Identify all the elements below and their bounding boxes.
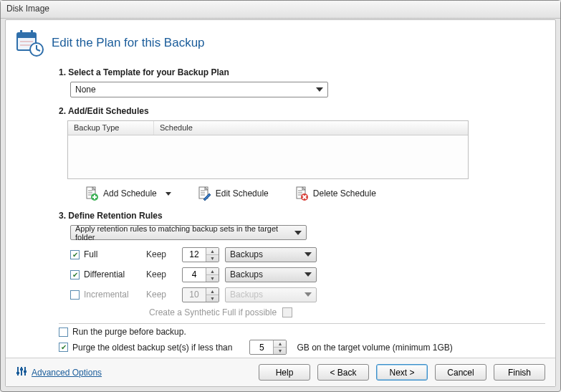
purge-oldest-label-post: GB on the target volume (minimum 1GB) <box>297 343 452 353</box>
differential-unit-select[interactable]: Backups <box>225 267 317 282</box>
spin-up-icon[interactable]: ▲ <box>274 340 286 348</box>
page-header: Edit the Plan for this Backup <box>6 20 555 63</box>
spin-down-icon[interactable]: ▼ <box>274 348 286 354</box>
dialog-window: Disk Image Edit the Plan for this Backup <box>0 0 561 392</box>
incremental-label: Incremental <box>84 290 129 300</box>
synthetic-full-label: Create a Synthetic Full if possible <box>149 307 277 317</box>
retention-row-full: Full Keep ▲▼ Backups <box>70 244 545 264</box>
purge-oldest-row: Purge the oldest backup set(s) if less t… <box>59 340 545 355</box>
svg-rect-32 <box>24 371 27 373</box>
svg-rect-3 <box>31 30 33 35</box>
spin-up-icon: ▲ <box>206 288 219 295</box>
chevron-down-icon <box>305 252 312 257</box>
delete-schedule-label: Delete Schedule <box>313 188 376 199</box>
help-button[interactable]: Help <box>259 364 310 381</box>
svg-rect-30 <box>16 372 19 374</box>
template-select[interactable]: None <box>70 82 328 97</box>
section-template-label: 1. Select a Template for your Backup Pla… <box>59 67 545 77</box>
edit-schedule-button[interactable]: Edit Schedule <box>197 186 269 201</box>
dialog-panel: Edit the Plan for this Backup ? 1. Selec… <box>5 19 556 387</box>
col-schedule[interactable]: Schedule <box>154 121 468 135</box>
spin-up-icon[interactable]: ▲ <box>206 248 219 255</box>
purge-before-row: Run the purge before backup. <box>59 327 545 337</box>
incremental-count-spinner: ▲▼ <box>182 287 219 302</box>
purge-gb-spinner[interactable]: ▲▼ <box>249 340 287 355</box>
add-schedule-icon <box>85 186 99 201</box>
sliders-icon <box>16 365 27 379</box>
page-title: Edit the Plan for this Backup <box>52 36 205 50</box>
edit-schedule-icon <box>197 186 211 201</box>
spin-down-icon[interactable]: ▼ <box>206 255 219 262</box>
advanced-options-link[interactable]: Advanced Options <box>16 365 102 379</box>
template-select-value: None <box>75 85 96 95</box>
full-label: Full <box>84 249 97 259</box>
full-unit-select[interactable]: Backups <box>225 247 317 262</box>
spin-down-icon: ▼ <box>206 295 219 302</box>
differential-count-input[interactable] <box>183 268 206 282</box>
svg-rect-31 <box>20 368 23 371</box>
col-backup-type[interactable]: Backup Type <box>68 121 154 135</box>
finish-button[interactable]: Finish <box>494 364 545 381</box>
differential-keep-label: Keep <box>146 269 182 279</box>
purge-before-checkbox[interactable] <box>59 328 68 337</box>
window-titlebar: Disk Image <box>1 1 560 19</box>
differential-count-spinner[interactable]: ▲▼ <box>182 267 219 282</box>
purge-oldest-label-pre: Purge the oldest backup set(s) if less t… <box>72 343 232 353</box>
differential-checkbox[interactable] <box>70 270 80 279</box>
schedule-table: Backup Type Schedule <box>67 120 469 179</box>
purge-gb-input[interactable] <box>250 340 273 354</box>
advanced-options-label: Advanced Options <box>32 368 102 378</box>
section-retention-label: 3. Define Retention Rules <box>59 211 545 221</box>
delete-schedule-button[interactable]: Delete Schedule <box>294 186 376 201</box>
retention-scope-select[interactable]: Apply retention rules to matching backup… <box>70 225 307 240</box>
retention-area: Apply retention rules to matching backup… <box>70 225 545 317</box>
retention-scope-value: Apply retention rules to matching backup… <box>75 224 294 242</box>
divider <box>59 323 545 324</box>
synthetic-full-row: Create a Synthetic Full if possible <box>70 307 545 317</box>
chevron-down-icon <box>316 87 323 92</box>
incremental-unit-select: Backups <box>225 287 317 302</box>
svg-rect-1 <box>17 33 36 38</box>
cancel-button[interactable]: Cancel <box>435 364 486 381</box>
add-schedule-label: Add Schedule <box>103 188 157 199</box>
back-button[interactable]: < Back <box>317 364 369 381</box>
dialog-footer: Advanced Options Help < Back Next > Canc… <box>6 358 555 386</box>
full-count-spinner[interactable]: ▲▼ <box>182 247 219 262</box>
spin-down-icon[interactable]: ▼ <box>206 275 219 282</box>
section-schedules-label: 2. Add/Edit Schedules <box>59 106 545 116</box>
incremental-checkbox[interactable] <box>70 290 80 300</box>
full-checkbox[interactable] <box>70 250 80 259</box>
purge-oldest-checkbox[interactable] <box>59 343 68 352</box>
chevron-down-icon <box>166 192 171 196</box>
chevron-down-icon <box>305 292 312 297</box>
schedule-table-header: Backup Type Schedule <box>68 121 468 135</box>
add-schedule-button[interactable]: Add Schedule <box>85 186 171 201</box>
edit-schedule-label: Edit Schedule <box>216 188 269 199</box>
full-count-input[interactable] <box>183 248 206 262</box>
chevron-down-icon <box>294 231 302 235</box>
incremental-count-input <box>183 288 206 302</box>
delete-schedule-icon <box>294 186 309 201</box>
full-keep-label: Keep <box>146 249 182 259</box>
synthetic-full-checkbox <box>282 307 292 317</box>
schedule-actions: Add Schedule Edit Schedule Delete Schedu… <box>85 186 545 201</box>
svg-rect-2 <box>20 30 22 35</box>
purge-before-label: Run the purge before backup. <box>72 327 186 337</box>
dialog-body: ? 1. Select a Template for your Backup P… <box>6 63 555 358</box>
retention-row-incremental: Incremental Keep ▲▼ Backups <box>70 285 545 305</box>
spin-up-icon[interactable]: ▲ <box>206 268 219 275</box>
window-title: Disk Image <box>6 4 49 14</box>
chevron-down-icon <box>305 272 312 277</box>
incremental-keep-label: Keep <box>146 290 182 300</box>
differential-label: Differential <box>84 269 125 279</box>
next-button[interactable]: Next > <box>376 364 428 381</box>
calendar-clock-icon <box>16 29 44 57</box>
retention-row-differential: Differential Keep ▲▼ Backups <box>70 264 545 285</box>
